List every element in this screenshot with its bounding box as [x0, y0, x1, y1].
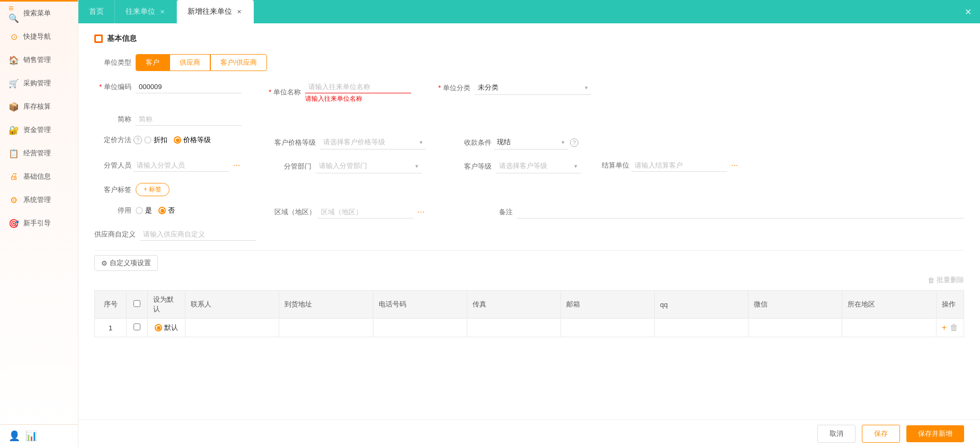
row-contact-input[interactable] [191, 324, 273, 332]
remark-label: 备注 [476, 207, 513, 217]
customer-price-level-label: 客户价格等级 [274, 138, 316, 147]
radio-yes-label: 是 [145, 206, 152, 215]
radio-yes[interactable]: 是 [136, 206, 152, 215]
sidebar-item-label: 快捷导航 [23, 32, 51, 41]
disable-row: 停用 是 否 区域（地区） ··· [94, 206, 964, 218]
department-chevron: ▾ [415, 163, 418, 170]
manager-input[interactable] [133, 159, 229, 172]
row-fax-input[interactable] [473, 324, 555, 332]
row-fax [467, 319, 560, 337]
th-contact: 联系人 [185, 291, 279, 319]
settlement-unit-input[interactable] [631, 159, 727, 172]
payment-terms-select[interactable]: 现结 ▾ [494, 135, 568, 150]
select-all-checkbox[interactable] [133, 300, 140, 307]
tab-home[interactable]: 首页 [78, 0, 115, 23]
manager-ellipsis[interactable]: ··· [231, 161, 242, 170]
supplier-custom-row: 供应商自定义 [94, 228, 964, 241]
customer-level-select[interactable]: 请选择客户等级 ▾ [496, 159, 581, 173]
finance-icon: 🔐 [8, 125, 19, 135]
payment-terms-help-icon[interactable]: ? [570, 138, 578, 147]
pricing-help-icon[interactable]: ? [133, 136, 142, 144]
unit-name-input[interactable] [305, 81, 411, 93]
radio-yes-circle [136, 207, 143, 214]
remark-input[interactable] [517, 206, 964, 218]
radio-discount[interactable]: 折扣 [144, 135, 167, 145]
contact-table: 序号 设为默认 联系人 到货地址 电话号码 传真 邮箱 qq 微信 所在地区 操… [94, 290, 964, 337]
row-checkbox-input[interactable] [133, 323, 140, 330]
sidebar-item-basic[interactable]: 🖨 基础信息 [0, 165, 78, 188]
row-region-input[interactable] [848, 324, 930, 332]
sidebar-item-search[interactable]: ≡🔍 搜索菜单 [0, 2, 78, 25]
basic-icon: 🖨 [8, 171, 19, 182]
add-tag-button[interactable]: + 标签 [136, 183, 170, 196]
sidebar-item-system[interactable]: ⚙ 系统管理 [0, 188, 78, 212]
tab-new-partner[interactable]: 新增往来单位 ✕ [177, 0, 254, 23]
batch-delete-area: 🗑 批量删除 [94, 275, 964, 285]
table-header: 序号 设为默认 联系人 到货地址 电话号码 传真 邮箱 qq 微信 所在地区 操… [95, 291, 964, 319]
radio-price-level[interactable]: 价格等级 [174, 135, 211, 145]
sidebar-item-finance[interactable]: 🔐 资金管理 [0, 118, 78, 142]
th-checkbox [127, 291, 148, 319]
th-email: 邮箱 [560, 291, 654, 319]
department-select[interactable]: 请输入分管部门 ▾ [316, 159, 422, 173]
tab-partners[interactable]: 往来单位 ✕ [115, 0, 177, 23]
type-btn-supplier[interactable]: 供应商 [170, 54, 210, 71]
sidebar-item-shortcut[interactable]: ⊙ 快捷导航 [0, 25, 78, 48]
search-icon: ≡🔍 [8, 8, 19, 19]
customer-price-level-placeholder: 请选择客户价格等级 [323, 137, 417, 147]
customer-level-label: 客户等级 [455, 162, 492, 171]
row-qq-input[interactable] [660, 324, 743, 332]
tab-partners-close[interactable]: ✕ [158, 8, 166, 15]
row-wechat-input[interactable] [754, 324, 836, 332]
tab-bar-close-all[interactable]: ✕ [956, 7, 980, 17]
row-default-radio[interactable]: 默认 [153, 323, 180, 332]
customer-price-level-select[interactable]: 请选择客户价格等级 ▾ [320, 135, 426, 150]
customer-price-level-chevron: ▾ [420, 139, 423, 146]
home-icon: ⊙ [8, 31, 19, 42]
department-group: 分管部门 请输入分管部门 ▾ [274, 159, 455, 173]
sidebar-item-purchase[interactable]: 🛒 采购管理 [0, 72, 78, 95]
save-button[interactable]: 保存 [862, 425, 900, 443]
customer-level-placeholder: 请选择客户等级 [499, 161, 572, 171]
unit-code-label: 单位编码 [94, 82, 131, 92]
tab-new-partner-close[interactable]: ✕ [235, 8, 243, 15]
region-input[interactable] [318, 206, 413, 218]
type-btn-both[interactable]: 客户/供应商 [210, 54, 267, 71]
unit-category-value: 未分类 [478, 83, 583, 92]
unit-type-btn-group: 客户 供应商 客户/供应商 [136, 54, 267, 71]
batch-delete-label[interactable]: 批量删除 [937, 275, 964, 285]
unit-code-input[interactable] [136, 81, 242, 93]
type-btn-customer[interactable]: 客户 [136, 54, 170, 71]
row-qq [655, 319, 749, 337]
sidebar-bottom: 👤 📊 [0, 424, 78, 447]
gear-icon: ⚙ [101, 259, 108, 267]
settlement-unit-ellipsis[interactable]: ··· [729, 161, 740, 170]
supplier-custom-group: 供应商自定义 [94, 228, 306, 241]
cancel-button[interactable]: 取消 [817, 425, 856, 443]
unit-category-select[interactable]: 未分类 ▾ [475, 81, 591, 95]
payment-terms-group: 收款条件 现结 ▾ ? [455, 135, 635, 150]
short-name-input[interactable] [136, 113, 242, 126]
row-phone-input[interactable] [379, 324, 461, 332]
sidebar-item-sales[interactable]: 🏠 销售管理 [0, 48, 78, 72]
add-row-button[interactable]: + [942, 323, 947, 332]
row-address-input[interactable] [284, 324, 367, 332]
sidebar-item-guide[interactable]: 🎯 新手引导 [0, 212, 78, 235]
payment-terms-chevron: ▾ [562, 139, 565, 146]
custom-settings-button[interactable]: ⚙ 自定义项设置 [94, 255, 158, 271]
batch-delete-icon: 🗑 [928, 276, 934, 284]
sidebar-item-inventory[interactable]: 📦 库存核算 [0, 95, 78, 118]
save-new-button[interactable]: 保存并新增 [906, 425, 964, 442]
customer-tag-row: 客户标签 + 标签 [94, 183, 964, 196]
page-body: 基本信息 单位类型 客户 供应商 客户/供应商 单位编码 单位名称 [78, 23, 980, 447]
supplier-custom-input[interactable] [140, 228, 256, 241]
row-email-input[interactable] [566, 324, 649, 332]
radio-no[interactable]: 否 [158, 206, 175, 215]
del-row-button[interactable]: 🗑 [950, 323, 958, 332]
sidebar-item-operation[interactable]: 📋 经营管理 [0, 142, 78, 165]
region-ellipsis[interactable]: ··· [415, 207, 426, 217]
radio-no-dot [161, 209, 164, 213]
department-placeholder: 请输入分管部门 [319, 161, 413, 171]
row-default: 默认 [148, 319, 185, 337]
row-email [560, 319, 654, 337]
